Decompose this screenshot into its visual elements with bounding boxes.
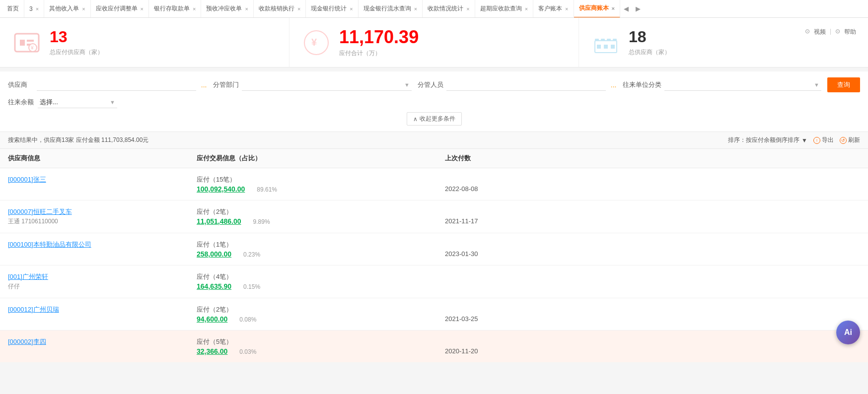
tx-amount-5[interactable]: 94,600.00	[197, 315, 227, 323]
result-actions: 排序：按应付余额倒序排序 ▼ ↑ 导出 ↺ 刷新	[728, 136, 860, 144]
last-pay-date-2: 2021-11-17	[445, 207, 860, 225]
tab-overdue-collect[interactable]: 超期应收款查询 ×	[475, 0, 533, 18]
collapse-button[interactable]: ∧ 收起更多条件	[407, 112, 462, 126]
tab-other-income[interactable]: 其他收入单 ×	[44, 0, 90, 18]
close-icon[interactable]: ×	[82, 6, 85, 12]
close-icon[interactable]: ×	[414, 6, 417, 12]
tx-amount-6[interactable]: 32,366.00	[197, 347, 227, 355]
svg-rect-14	[604, 45, 608, 49]
total-supplier-count: 18	[629, 28, 670, 46]
tab-collect-verify[interactable]: 收款核销执行 ×	[254, 0, 306, 18]
close-icon[interactable]: ×	[36, 6, 39, 12]
person-dots[interactable]: ...	[611, 81, 617, 89]
last-pay-cell-1: 2022-08-08	[445, 175, 860, 193]
supplier-link-3[interactable]: [000100]本特勤油品有限公司	[8, 241, 91, 248]
payable-amount-icon: ¥	[301, 28, 331, 58]
last-pay-cell-5: 2021-03-25	[445, 305, 860, 323]
last-pay-date-1: 2022-08-08	[445, 175, 860, 193]
export-button[interactable]: ↑ 导出	[813, 136, 834, 144]
tab-prepay-collect[interactable]: 预收冲应收单 ×	[201, 0, 253, 18]
nav-next-arrow[interactable]: ▶	[632, 0, 644, 18]
supplier-link-2[interactable]: [000007]恒旺二手叉车	[8, 208, 72, 215]
filter-supplier: 供应商 ...	[8, 79, 207, 91]
transaction-cell-5: 应付（2笔） 94,600.00 0.08%	[197, 305, 445, 323]
tab-3[interactable]: 3 ×	[24, 0, 44, 18]
tab-cash-bank-stat[interactable]: 现金银行统计 ×	[306, 0, 358, 18]
balance-select[interactable]: 选择...	[38, 96, 117, 108]
total-supplier-icon	[591, 28, 621, 58]
supplier-cell-1: [000001]张三	[8, 175, 197, 184]
col-header-last-pay: 上次付数	[445, 154, 860, 163]
close-icon[interactable]: ×	[350, 6, 353, 12]
tab-collect-stat-label: 收款情况统计	[428, 4, 463, 13]
svg-text:¥: ¥	[30, 45, 34, 51]
tab-prepay-collect-label: 预收冲应收单	[206, 4, 242, 13]
tab-home[interactable]: 首页	[2, 0, 24, 18]
video-link[interactable]: 视频	[814, 28, 826, 36]
query-button[interactable]: 查询	[827, 77, 860, 92]
supplier-link-5[interactable]: [000012]广州贝瑞	[8, 306, 59, 313]
tab-collect-stat[interactable]: 收款情况统计 ×	[423, 0, 475, 18]
tab-supplier-account[interactable]: 供应商账本 ×	[574, 0, 620, 18]
filter-person: 分管人员 ...	[418, 79, 617, 91]
filter-unit-category: 往来单位分类 ▼	[623, 79, 822, 91]
close-icon[interactable]: ×	[297, 6, 300, 12]
close-icon[interactable]: ×	[193, 6, 196, 12]
close-icon[interactable]: ×	[525, 6, 528, 12]
dept-select[interactable]	[242, 79, 412, 90]
tx-row-4: 164,635.90 0.15%	[197, 281, 445, 290]
close-icon[interactable]: ×	[141, 6, 144, 12]
last-pay-date-4	[445, 272, 860, 282]
tab-cash-bank-flow[interactable]: 现金银行流水查询 ×	[359, 0, 423, 18]
col-header-transaction: 应付交易信息（占比）	[197, 154, 445, 163]
svg-rect-13	[597, 45, 601, 49]
supplier-cell-4: [001]广州荣轩 仔仔	[8, 272, 197, 291]
table-header: 供应商信息 应付交易信息（占比） 上次付数	[0, 149, 868, 168]
tab-customer-account-label: 客户账本	[538, 4, 562, 13]
supplier-input[interactable]	[37, 79, 196, 91]
sort-control[interactable]: 排序：按应付余额倒序排序 ▼	[728, 136, 807, 144]
tab-bank-deposit[interactable]: 银行存取款单 ×	[149, 0, 201, 18]
tx-row-2: 11,051,486.00 9.89%	[197, 216, 445, 225]
tab-customer-account[interactable]: 客户账本 ×	[533, 0, 574, 18]
unit-category-select[interactable]	[664, 79, 822, 90]
supplier-link-6[interactable]: [000002]李四	[8, 338, 46, 345]
supplier-sub-4: 仔仔	[8, 282, 197, 291]
tx-amount-3[interactable]: 258,000.00	[197, 250, 231, 258]
tx-row-5: 94,600.00 0.08%	[197, 314, 445, 323]
close-icon[interactable]: ×	[466, 6, 469, 12]
ai-badge[interactable]: Ai	[836, 321, 860, 344]
tx-amount-2[interactable]: 11,051,486.00	[197, 217, 241, 225]
tx-amount-1[interactable]: 100,092,540.00	[197, 185, 245, 193]
help-link[interactable]: 帮助	[844, 28, 856, 36]
nav-prev-arrow[interactable]: ◀	[620, 0, 632, 18]
supplier-label: 供应商	[8, 80, 34, 89]
svg-rect-1	[20, 40, 25, 46]
close-icon[interactable]: ×	[245, 6, 248, 12]
tab-3-label: 3	[29, 5, 33, 12]
tab-cash-bank-flow-label: 现金银行流水查询	[363, 4, 411, 13]
supplier-dots[interactable]: ...	[201, 81, 207, 89]
main-table: 供应商信息 应付交易信息（占比） 上次付数 [000001]张三 应付（15笔）…	[0, 149, 868, 362]
close-icon[interactable]: ×	[612, 5, 615, 11]
supplier-sub-2: 王通 17106110000	[8, 217, 197, 226]
top-links: ⊙ 视频 | ⊙ 帮助	[797, 22, 864, 42]
tx-row-6: 32,366.00 0.03%	[197, 346, 445, 355]
supplier-cell-3: [000100]本特勤油品有限公司	[8, 240, 197, 249]
filter-area: 供应商 ... 分管部门 ▼ 分管人员 ... 往来单位分类	[0, 71, 868, 132]
payable-amount-value: 11,170.39	[339, 27, 419, 47]
tx-amount-4[interactable]: 164,635.90	[197, 282, 231, 290]
sep: |	[830, 28, 831, 35]
refresh-button[interactable]: ↺ 刷新	[840, 136, 860, 144]
filter-dept: 分管部门 ▼	[213, 79, 412, 91]
tab-bank-deposit-label: 银行存取款单	[154, 4, 190, 13]
sort-label: 排序：按应付余额倒序排序	[728, 136, 799, 144]
supplier-link-4[interactable]: [001]广州荣轩	[8, 273, 48, 280]
close-icon[interactable]: ×	[565, 6, 568, 12]
supplier-link-1[interactable]: [000001]张三	[8, 176, 46, 183]
person-input[interactable]	[446, 79, 606, 91]
svg-rect-12	[613, 39, 617, 41]
collapse-label: 收起更多条件	[420, 115, 455, 123]
tab-payable-adjust[interactable]: 应收应付调整单 ×	[91, 0, 149, 18]
supplier-cell-6: [000002]李四	[8, 337, 197, 346]
